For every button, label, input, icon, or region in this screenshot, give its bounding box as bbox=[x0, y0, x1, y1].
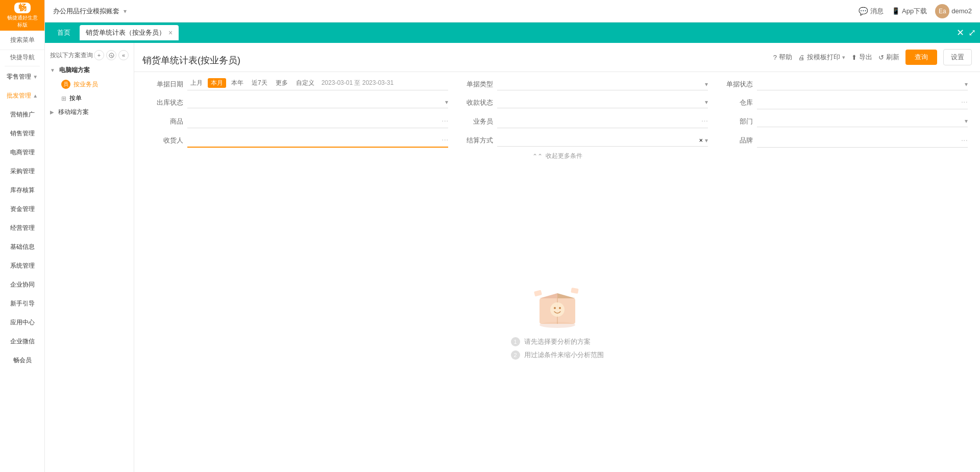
sidebar-item-finance[interactable]: 资金管理 bbox=[0, 200, 44, 219]
brand-dots: ··· bbox=[961, 136, 968, 145]
goods-input[interactable]: ··· bbox=[187, 114, 448, 128]
sidebar-item-retail[interactable]: 零售管理 ▼ bbox=[0, 67, 44, 86]
print-icon: 🖨 bbox=[798, 54, 805, 61]
goods-dots: ··· bbox=[442, 116, 448, 126]
order-icon: ⊞ bbox=[61, 95, 66, 102]
doc-status-select[interactable]: ▾ bbox=[757, 79, 968, 90]
svg-marker-4 bbox=[540, 293, 557, 298]
salesperson-input[interactable]: ··· bbox=[497, 114, 708, 128]
svg-text:✎: ✎ bbox=[110, 54, 113, 57]
refresh-button[interactable]: ↺ 刷新 bbox=[878, 53, 899, 62]
sidebar-item-collab[interactable]: 企业协同 bbox=[0, 275, 44, 294]
empty-illustration bbox=[529, 283, 585, 329]
sidebar-item-ecommerce[interactable]: 电商管理 bbox=[0, 143, 44, 162]
warehouse-input[interactable]: ··· bbox=[757, 96, 968, 109]
tab-close-button[interactable]: × bbox=[168, 29, 173, 37]
dept-select[interactable]: ▾ bbox=[757, 115, 968, 127]
topbar-title: 办公用品行业模拟账套 bbox=[53, 7, 119, 16]
add-scheme-button[interactable]: + bbox=[94, 50, 104, 60]
topbar-title-area: 办公用品行业模拟账套 ▾ bbox=[53, 7, 127, 16]
doc-type-select[interactable]: ▾ bbox=[497, 79, 708, 90]
sidebar-item-sales[interactable]: 销售管理 bbox=[0, 124, 44, 143]
recipient-dots: ··· bbox=[442, 135, 448, 145]
warehouse-label: 仓库 bbox=[716, 98, 757, 107]
scheme-by-order[interactable]: ⊞ 按单 bbox=[45, 91, 134, 105]
collapse-conditions-button[interactable]: ⌃⌃ 收起更多条件 bbox=[142, 148, 972, 164]
sidebar-item-wholesale[interactable]: 批发管理 ▲ bbox=[0, 86, 44, 105]
hint-text-2: 用过滤条件来缩小分析范围 bbox=[524, 350, 604, 360]
panel-header-label: 按以下方案查询 bbox=[50, 51, 93, 60]
tab-active[interactable]: 销货单统计表（按业务员） × bbox=[80, 25, 179, 40]
doc-status-arrow-icon: ▾ bbox=[965, 81, 968, 88]
export-icon: ⬆ bbox=[851, 54, 857, 61]
scheme-salesperson-label: 按业务员 bbox=[74, 80, 98, 89]
tab-active-label: 销货单统计表（按业务员） bbox=[86, 28, 165, 37]
refresh-icon: ↺ bbox=[878, 54, 884, 61]
empty-hints: 1 请先选择要分析的方案 2 用过滤条件来缩小分析范围 bbox=[511, 337, 604, 360]
brand-input[interactable]: ··· bbox=[757, 134, 968, 148]
print-label: 按模板打印 bbox=[807, 53, 840, 62]
tab-home[interactable]: 首页 bbox=[49, 25, 79, 40]
tab-expand-button[interactable]: ⤢ bbox=[968, 27, 976, 38]
tab-close-window-button[interactable]: ✕ bbox=[957, 27, 964, 38]
help-label: 帮助 bbox=[779, 53, 792, 62]
salesperson-dots: ··· bbox=[701, 116, 708, 126]
date-custom-btn[interactable]: 自定义 bbox=[293, 78, 317, 88]
empty-hint-2: 2 用过滤条件来缩小分析范围 bbox=[511, 350, 604, 360]
page-title: 销货单统计表(按业务员) bbox=[142, 54, 240, 66]
query-button[interactable]: 查询 bbox=[905, 50, 937, 65]
message-icon: 💬 bbox=[859, 7, 868, 16]
left-panel-header: 按以下方案查询 + ✎ « bbox=[45, 47, 134, 63]
date-this-year-btn[interactable]: 本年 bbox=[228, 78, 247, 88]
sidebar-item-system[interactable]: 系统管理 bbox=[0, 256, 44, 275]
topbar-chevron-icon: ▾ bbox=[124, 8, 127, 15]
date-last7-btn[interactable]: 近7天 bbox=[249, 78, 271, 88]
date-last-month-btn[interactable]: 上月 bbox=[187, 78, 206, 88]
brand-label: 品牌 bbox=[716, 136, 757, 145]
dept-label: 部门 bbox=[716, 117, 757, 126]
sidebar-item-search[interactable]: 搜索菜单 bbox=[0, 31, 44, 50]
sidebar-item-wechat[interactable]: 企业微信 bbox=[0, 332, 44, 351]
divider-1 bbox=[5, 66, 40, 66]
dept-arrow-icon: ▾ bbox=[965, 117, 968, 125]
print-button[interactable]: 🖨 按模板打印 ▾ bbox=[798, 53, 845, 62]
pc-section-label: ▼ 电脑端方案 bbox=[45, 63, 134, 77]
collapse-panel-button[interactable]: « bbox=[118, 50, 129, 60]
sidebar-item-purchase[interactable]: 采购管理 bbox=[0, 162, 44, 181]
date-more-btn[interactable]: 更多 bbox=[273, 78, 291, 88]
scheme-salesperson[interactable]: 员 按业务员 bbox=[45, 77, 134, 91]
svg-point-9 bbox=[559, 307, 561, 309]
empty-state: 1 请先选择要分析的方案 2 用过滤条件来缩小分析范围 bbox=[511, 283, 604, 360]
recipient-input[interactable]: ··· bbox=[187, 133, 448, 148]
doc-status-label: 单据状态 bbox=[716, 80, 757, 89]
sidebar-item-base[interactable]: 基础信息 bbox=[0, 238, 44, 256]
edit-scheme-button[interactable]: ✎ bbox=[106, 50, 116, 60]
sidebar-item-guide[interactable]: 新手引导 bbox=[0, 294, 44, 313]
setting-button[interactable]: 设置 bbox=[943, 49, 972, 65]
app-download-tool[interactable]: 📱 App下载 bbox=[892, 7, 927, 16]
warehouse-dots: ··· bbox=[961, 98, 968, 107]
panel-header-icons: + ✎ « bbox=[94, 50, 129, 60]
sidebar-item-ops[interactable]: 经营管理 bbox=[0, 219, 44, 238]
print-arrow-icon: ▾ bbox=[842, 54, 845, 61]
sidebar-item-inventory[interactable]: 库存核算 bbox=[0, 181, 44, 200]
collect-status-select[interactable]: ▾ bbox=[497, 97, 708, 108]
date-this-month-btn[interactable]: 本月 bbox=[208, 78, 226, 88]
settlement-clear-button[interactable]: × bbox=[699, 136, 703, 144]
sidebar-item-marketing[interactable]: 营销推广 bbox=[0, 105, 44, 124]
sidebar-item-member[interactable]: 畅会员 bbox=[0, 351, 44, 370]
message-tool[interactable]: 💬 消息 bbox=[859, 7, 884, 16]
svg-rect-10 bbox=[533, 290, 542, 296]
hint-num-1: 1 bbox=[511, 337, 520, 346]
help-button[interactable]: ? 帮助 bbox=[773, 53, 792, 62]
settlement-select[interactable]: × ▾ bbox=[497, 134, 708, 147]
sidebar-item-apps[interactable]: 应用中心 bbox=[0, 313, 44, 332]
svg-point-8 bbox=[554, 307, 556, 309]
user-tool[interactable]: Ea demo2 bbox=[935, 4, 972, 18]
logo-area: 畅 畅捷通好生意标版 bbox=[0, 0, 44, 31]
export-button[interactable]: ⬆ 导出 bbox=[851, 53, 872, 62]
out-status-select[interactable]: ▾ bbox=[187, 97, 448, 108]
collapse-up-icon: ⌃⌃ bbox=[532, 153, 543, 160]
sidebar-item-quick-nav[interactable]: 快捷导航 bbox=[0, 50, 44, 65]
sidebar-item-retail-label: 零售管理 bbox=[7, 73, 31, 80]
